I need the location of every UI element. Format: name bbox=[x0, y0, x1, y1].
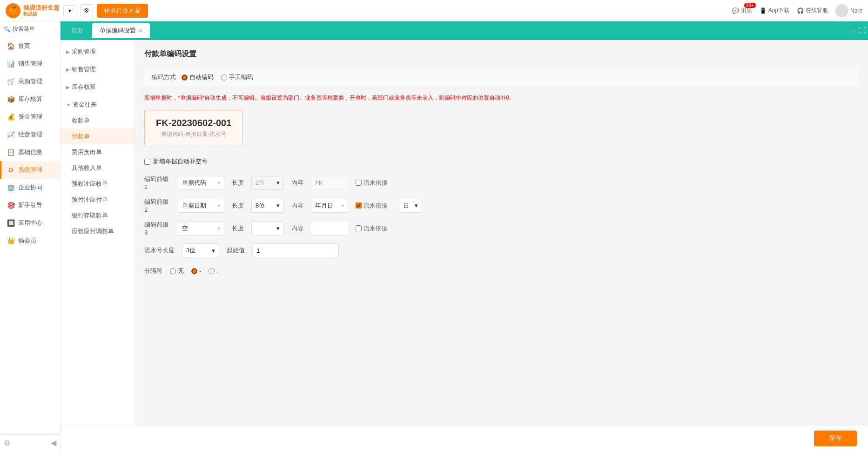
sub-menu-item-bank[interactable]: 银行存取款单 bbox=[61, 208, 135, 223]
sidebar-item-company[interactable]: 🏢 企业协同 bbox=[0, 179, 60, 196]
content3-label: 内容 bbox=[291, 224, 303, 233]
length1-select[interactable]: 2位 ▾ bbox=[251, 176, 284, 190]
stream1-label: 流水依据 bbox=[363, 179, 388, 187]
sep-dash-input[interactable] bbox=[191, 268, 197, 274]
search-menu[interactable]: 🔍 搜索菜单 bbox=[0, 21, 60, 37]
content1-label: 内容 bbox=[291, 179, 303, 187]
stream2-unit-select[interactable]: 日 ▾ bbox=[399, 199, 422, 213]
prefix3-select[interactable]: 空 ▾ bbox=[178, 222, 224, 236]
serial-start-input[interactable] bbox=[252, 243, 339, 257]
settings-button[interactable]: ⚙ bbox=[80, 4, 93, 17]
length2-select[interactable]: 8位 ▾ bbox=[251, 199, 284, 213]
auto-code-radio[interactable]: 自动编码 bbox=[182, 73, 214, 81]
logo-main: 畅通道好生意 bbox=[23, 4, 60, 12]
sidebar: 🔍 搜索菜单 🏠 首页 📊 销售管理 🛒 采购管理 📦 库存核算 💰 bbox=[0, 21, 61, 451]
inventory-icon: 📦 bbox=[7, 95, 14, 103]
manual-code-input[interactable] bbox=[221, 74, 227, 81]
stream2-checkbox[interactable] bbox=[356, 202, 362, 209]
download-icon: 📱 bbox=[760, 7, 767, 14]
sub-menu-item-payment[interactable]: 付款单 bbox=[61, 128, 135, 144]
length2-label: 长度 bbox=[232, 202, 244, 210]
sep-none-input[interactable] bbox=[170, 268, 176, 274]
auto-fill-checkbox[interactable] bbox=[144, 159, 150, 165]
sub-menu-receipt-label: 收款单 bbox=[72, 117, 90, 124]
sub-menu-item-prepay-receivable[interactable]: 预收冲应收单 bbox=[61, 176, 135, 192]
sidebar-item-system[interactable]: ⚙ 系统管理 bbox=[0, 161, 60, 179]
sub-menu-sales-header[interactable]: ▶ 销售管理 bbox=[61, 61, 135, 77]
user-avatar[interactable]: Nare bbox=[835, 4, 862, 17]
app-download-button[interactable]: 📱 App下载 bbox=[760, 7, 789, 14]
stream2-unit-value: 日 bbox=[403, 202, 409, 210]
manual-code-radio[interactable]: 手工编码 bbox=[221, 73, 253, 81]
sidebar-item-apps[interactable]: 🔲 应用中心 bbox=[0, 214, 60, 232]
content-area: 首页 单据编码设置 × – ⛶ ▶ 采购管理 bbox=[61, 21, 868, 451]
sub-menu-inventory-label: 库存核算 bbox=[72, 83, 96, 91]
save-button[interactable]: 保存 bbox=[814, 431, 857, 446]
info-text: 新增单据时，*单据编码*自动生成，不可编辑。前缀设置为部门、业务员等档案类，开单… bbox=[144, 94, 859, 102]
sub-menu-item-adjustment[interactable]: 应收应付调整单 bbox=[61, 223, 135, 239]
content3-input[interactable] bbox=[311, 222, 348, 236]
trial-button[interactable]: 体验行业方案 bbox=[97, 4, 148, 18]
base-icon: 📋 bbox=[7, 148, 14, 156]
top-bar: 🍊 畅通道好生意 拓品版 ▾ ⚙ 体验行业方案 💬 消息 99+ 📱 App下载… bbox=[0, 0, 868, 21]
auto-fill-row: 新增单据自动补空号 bbox=[144, 157, 859, 166]
tab-coding-settings[interactable]: 单据编码设置 × bbox=[92, 23, 150, 38]
sub-menu-item-expense[interactable]: 费用支出单 bbox=[61, 144, 135, 160]
online-service-button[interactable]: 🎧 在线客服 bbox=[797, 7, 828, 14]
service-icon: 🎧 bbox=[797, 7, 804, 14]
length3-select[interactable]: ▾ bbox=[251, 222, 284, 236]
length1-arrow: ▾ bbox=[276, 179, 280, 186]
coding-method-row: 编码方式 自动编码 手工编码 bbox=[144, 68, 859, 86]
sep-dot[interactable]: . bbox=[209, 268, 218, 275]
sidebar-item-inventory[interactable]: 📦 库存核算 bbox=[0, 90, 60, 108]
sidebar-item-finance-label: 资金管理 bbox=[18, 113, 42, 121]
tab-close-icon[interactable]: × bbox=[139, 27, 142, 34]
sub-menu-finance-header[interactable]: ▼ 资金往来 bbox=[61, 97, 135, 113]
sidebar-item-finance[interactable]: 💰 资金管理 bbox=[0, 108, 60, 126]
sub-menu-group-purchase: ▶ 采购管理 bbox=[61, 44, 135, 60]
sub-menu-inventory-header[interactable]: ▶ 库存核算 bbox=[61, 79, 135, 95]
sidebar-item-purchase[interactable]: 🛒 采购管理 bbox=[0, 73, 60, 90]
sub-menu-item-receipt[interactable]: 收款单 bbox=[61, 113, 135, 128]
sub-menu-purchase-header[interactable]: ▶ 采购管理 bbox=[61, 44, 135, 60]
form-row-1: 编码前缀1 单据代码 ▾ 长度 2位 ▾ 内容 FK bbox=[144, 175, 859, 190]
sub-menu-payment-label: 付款单 bbox=[72, 133, 90, 140]
tab-minimize-icon[interactable]: – bbox=[851, 27, 855, 35]
message-icon: 💬 bbox=[732, 7, 739, 14]
message-button[interactable]: 💬 消息 99+ bbox=[732, 7, 752, 14]
sidebar-item-operations[interactable]: 📈 经营管理 bbox=[0, 126, 60, 143]
sidebar-item-sales[interactable]: 📊 销售管理 bbox=[0, 55, 60, 73]
serial-length-value: 3位 bbox=[186, 246, 195, 255]
collapse-icon: ▶ bbox=[66, 49, 70, 54]
length1-label: 长度 bbox=[232, 179, 244, 187]
tab-home[interactable]: 首页 bbox=[63, 23, 90, 38]
sidebar-item-guide[interactable]: 🎯 新手引导 bbox=[0, 196, 60, 214]
serial-length-select[interactable]: 3位 ▾ bbox=[182, 243, 219, 257]
sub-menu-item-other-income[interactable]: 其他收入单 bbox=[61, 160, 135, 176]
tab-bar-right: – ⛶ bbox=[851, 27, 866, 35]
code-preview: FK-20230602-001 单据代码-单据日期-流水号 bbox=[144, 110, 243, 146]
content2-select[interactable]: 年月日 ▾ bbox=[311, 199, 348, 213]
collapse-icon: ▶ bbox=[66, 67, 70, 72]
prefix1-select[interactable]: 单据代码 ▾ bbox=[178, 176, 224, 190]
prefix2-select[interactable]: 单据日期 ▾ bbox=[178, 199, 224, 213]
sub-menu-item-prepay-payable[interactable]: 预付冲应付单 bbox=[61, 192, 135, 208]
sep-none[interactable]: 无 bbox=[170, 267, 184, 275]
sep-dot-input[interactable] bbox=[209, 268, 215, 274]
serial-start-label: 起始值 bbox=[227, 246, 245, 255]
workspace-dropdown[interactable]: ▾ bbox=[63, 5, 76, 16]
content1-input: FK bbox=[311, 176, 348, 190]
stream1-checkbox[interactable] bbox=[356, 180, 362, 186]
sidebar-item-base[interactable]: 📋 基础信息 bbox=[0, 143, 60, 161]
expand-icon: ▼ bbox=[66, 102, 71, 108]
footer-collapse-btn[interactable]: ◀ bbox=[51, 438, 56, 447]
tab-expand-icon[interactable]: ⛶ bbox=[859, 27, 866, 35]
stream3-checkbox[interactable] bbox=[356, 225, 362, 231]
prefix3-label: 编码前缀3 bbox=[144, 221, 170, 236]
auto-code-input[interactable] bbox=[182, 74, 188, 81]
footer-settings-btn[interactable]: ⚙ bbox=[4, 438, 10, 447]
sidebar-item-member[interactable]: 👑 畅会员 bbox=[0, 232, 60, 249]
top-bar-left: 🍊 畅通道好生意 拓品版 ▾ ⚙ 体验行业方案 bbox=[6, 3, 148, 18]
sidebar-item-home[interactable]: 🏠 首页 bbox=[0, 37, 60, 55]
sep-dash[interactable]: - bbox=[191, 268, 201, 275]
